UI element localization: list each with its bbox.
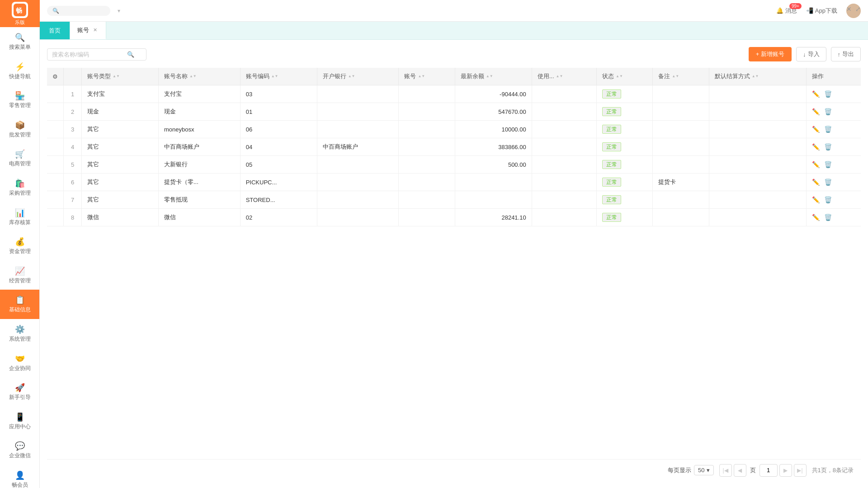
next-page-button[interactable]: ▶ xyxy=(779,464,792,477)
th-bank[interactable]: 开户银行 ▲▼ xyxy=(317,68,399,85)
row-account xyxy=(399,121,455,138)
sidebar-item-wholesale[interactable]: 📦 批发管理 xyxy=(0,115,39,144)
sidebar-item-bizwechat[interactable]: 💬 企业微信 xyxy=(0,436,39,465)
row-account xyxy=(399,209,455,226)
th-status[interactable]: 状态 ▲▼ xyxy=(597,68,653,85)
th-balance[interactable]: 最新余额 ▲▼ xyxy=(455,68,532,85)
last-page-button[interactable]: ▶| xyxy=(794,464,807,477)
tab-account[interactable]: 账号 ✕ xyxy=(70,22,106,39)
sidebar-item-purchase[interactable]: 🛍️ 采购管理 xyxy=(0,173,39,202)
th-usage[interactable]: 使用... ▲▼ xyxy=(532,68,596,85)
close-tab-icon[interactable]: ✕ xyxy=(846,5,852,13)
sidebar-item-ecommerce[interactable]: 🛒 电商管理 xyxy=(0,144,39,173)
add-account-button[interactable]: + 新增账号 xyxy=(749,47,792,61)
th-type[interactable]: 账号类型 ▲▼ xyxy=(82,68,159,85)
delete-icon[interactable]: 🗑️ xyxy=(824,90,832,98)
row-name: 零售抵现 xyxy=(158,191,240,209)
th-status-sort[interactable]: ▲▼ xyxy=(616,75,623,78)
first-page-button[interactable]: |◀ xyxy=(719,464,732,477)
sidebar-item-enterprise[interactable]: 🤝 企业协同 xyxy=(0,348,39,378)
th-account-sort[interactable]: ▲▼ xyxy=(418,75,425,78)
row-account xyxy=(399,191,455,209)
row-balance: 10000.00 xyxy=(455,121,532,138)
row-actions: ✏️ 🗑️ xyxy=(807,138,861,156)
app-download-button[interactable]: 📲 App下载 xyxy=(806,7,837,15)
tab-home[interactable]: 首页 xyxy=(40,22,70,39)
edit-icon[interactable]: ✏️ xyxy=(812,161,820,168)
import-button[interactable]: ↓ 导入 xyxy=(796,47,826,61)
sidebar-item-guide[interactable]: 🚀 新手引导 xyxy=(0,377,39,407)
row-num: 8 xyxy=(64,209,82,226)
edit-icon[interactable]: ✏️ xyxy=(812,108,820,115)
tab-account-label: 账号 xyxy=(77,26,89,34)
expand-icon[interactable]: ⤢ xyxy=(855,5,861,13)
delete-icon[interactable]: 🗑️ xyxy=(824,108,832,115)
page-label: 页 xyxy=(750,466,756,474)
page-number-input[interactable] xyxy=(760,464,778,477)
message-button[interactable]: 🔔 消息 99+ xyxy=(776,7,797,15)
delete-icon[interactable]: 🗑️ xyxy=(824,196,832,203)
th-settlement-sort[interactable]: ▲▼ xyxy=(752,75,759,78)
th-code[interactable]: 账号编码 ▲▼ xyxy=(240,68,317,85)
edit-icon[interactable]: ✏️ xyxy=(812,178,820,186)
page-size-box[interactable]: 50 ▾ xyxy=(694,465,713,475)
th-remark-sort[interactable]: ▲▼ xyxy=(672,75,679,78)
th-name-sort[interactable]: ▲▼ xyxy=(189,75,197,78)
edit-icon[interactable]: ✏️ xyxy=(812,90,820,98)
delete-icon[interactable]: 🗑️ xyxy=(824,126,832,133)
delete-icon[interactable]: 🗑️ xyxy=(824,143,832,150)
th-type-sort[interactable]: ▲▼ xyxy=(113,75,120,78)
message-badge: 99+ xyxy=(789,3,802,9)
edit-icon[interactable]: ✏️ xyxy=(812,196,820,203)
th-usage-sort[interactable]: ▲▼ xyxy=(556,75,563,78)
edit-icon[interactable]: ✏️ xyxy=(812,126,820,133)
export-button[interactable]: ↑ 导出 xyxy=(831,47,861,61)
sidebar-item-shortcuts[interactable]: ⚡ 快捷导航 xyxy=(0,56,39,86)
prev-page-button[interactable]: ◀ xyxy=(734,464,746,477)
sidebar-item-search[interactable]: 🔍 搜索菜单 xyxy=(0,27,39,56)
th-name[interactable]: 账号名称 ▲▼ xyxy=(158,68,240,85)
sidebar-item-member[interactable]: 👤 畅会员 xyxy=(0,465,39,488)
th-code-sort[interactable]: ▲▼ xyxy=(271,75,278,78)
system-icon: ⚙️ xyxy=(15,324,25,334)
row-remark xyxy=(653,103,709,121)
retail-icon: 🏪 xyxy=(15,91,25,101)
row-remark: 提货卡 xyxy=(653,174,709,191)
row-num: 3 xyxy=(64,121,82,138)
delete-icon[interactable]: 🗑️ xyxy=(824,178,832,186)
row-type: 其它 xyxy=(82,174,159,191)
edit-icon[interactable]: ✏️ xyxy=(812,214,820,221)
delete-icon[interactable]: 🗑️ xyxy=(824,214,832,221)
sidebar-item-system[interactable]: ⚙️ 系统管理 xyxy=(0,319,39,348)
sidebar-item-finance[interactable]: 💰 资金管理 xyxy=(0,231,39,261)
sidebar-item-operations[interactable]: 📈 经营管理 xyxy=(0,261,39,290)
row-remark xyxy=(653,85,709,103)
sidebar-item-retail[interactable]: 🏪 零售管理 xyxy=(0,85,39,115)
th-usage-label: 使用... xyxy=(538,72,554,80)
top-search-box[interactable]: 🔍 xyxy=(47,6,110,16)
account-search-input[interactable] xyxy=(52,51,124,58)
account-search-icon[interactable]: 🔍 xyxy=(127,51,134,58)
sidebar-item-basic[interactable]: 📋 基础信息 xyxy=(0,290,39,319)
row-type: 其它 xyxy=(82,138,159,156)
sidebar-item-inventory[interactable]: 📊 库存核算 xyxy=(0,202,39,232)
account-search-box[interactable]: 🔍 xyxy=(47,48,146,61)
row-remark xyxy=(653,209,709,226)
th-settlement[interactable]: 默认结算方式 ▲▼ xyxy=(709,68,807,85)
th-bank-sort[interactable]: ▲▼ xyxy=(348,75,355,78)
row-balance: 383866.00 xyxy=(455,138,532,156)
page-size-select: 每页显示 50 ▾ xyxy=(668,465,713,475)
th-remark[interactable]: 备注 ▲▼ xyxy=(653,68,709,85)
th-balance-sort[interactable]: ▲▼ xyxy=(486,75,493,78)
accounts-table: ⚙ 账号类型 ▲▼ 账号名称 ▲▼ xyxy=(47,68,861,226)
th-account[interactable]: 账号 ▲▼ xyxy=(399,68,455,85)
edit-icon[interactable]: ✏️ xyxy=(812,143,820,150)
row-balance: 500.00 xyxy=(455,156,532,174)
sidebar-item-appcenter[interactable]: 📱 应用中心 xyxy=(0,407,39,436)
tab-close-button[interactable]: ✕ xyxy=(92,27,99,33)
row-code: STORED... xyxy=(240,191,317,209)
dropdown-arrow[interactable]: ▾ xyxy=(118,8,120,14)
row-num: 2 xyxy=(64,103,82,121)
gear-icon[interactable]: ⚙ xyxy=(52,73,58,80)
delete-icon[interactable]: 🗑️ xyxy=(824,161,832,168)
